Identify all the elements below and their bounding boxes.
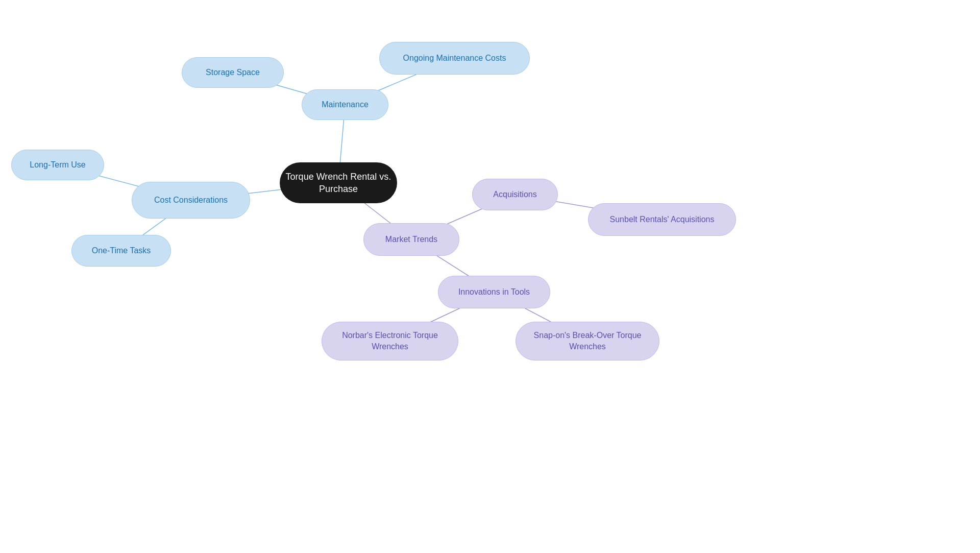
market-trends-node[interactable]: Market Trends <box>363 223 459 256</box>
norbar-label: Norbar's Electronic Torque Wrenches <box>338 330 442 352</box>
snapon-label: Snap-on's Break-Over Torque Wrenches <box>530 330 646 352</box>
ongoing-maintenance-label: Ongoing Maintenance Costs <box>399 53 510 64</box>
ongoing-maintenance-node[interactable]: Ongoing Maintenance Costs <box>379 42 530 75</box>
innovations-node[interactable]: Innovations in Tools <box>438 276 550 308</box>
snapon-node[interactable]: Snap-on's Break-Over Torque Wrenches <box>516 322 659 360</box>
cost-considerations-label: Cost Considerations <box>150 195 232 206</box>
acquisitions-node[interactable]: Acquisitions <box>472 179 558 210</box>
one-time-tasks-node[interactable]: One-Time Tasks <box>71 235 171 267</box>
storage-space-node[interactable]: Storage Space <box>182 57 284 88</box>
cost-considerations-node[interactable]: Cost Considerations <box>132 182 250 219</box>
acquisitions-label: Acquisitions <box>489 189 541 200</box>
center-node[interactable]: Torque Wrench Rental vs. Purchase <box>280 162 397 203</box>
one-time-tasks-label: One-Time Tasks <box>88 245 155 256</box>
innovations-label: Innovations in Tools <box>454 286 534 298</box>
storage-space-label: Storage Space <box>202 67 264 78</box>
maintenance-node[interactable]: Maintenance <box>302 89 388 120</box>
center-label: Torque Wrench Rental vs. Purchase <box>282 171 396 196</box>
sunbelt-label: Sunbelt Rentals' Acquisitions <box>606 214 719 225</box>
norbar-node[interactable]: Norbar's Electronic Torque Wrenches <box>322 322 458 360</box>
sunbelt-node[interactable]: Sunbelt Rentals' Acquisitions <box>588 203 736 236</box>
market-trends-label: Market Trends <box>381 234 442 245</box>
long-term-use-node[interactable]: Long-Term Use <box>11 150 104 180</box>
maintenance-label: Maintenance <box>317 99 373 110</box>
long-term-use-label: Long-Term Use <box>26 159 89 171</box>
